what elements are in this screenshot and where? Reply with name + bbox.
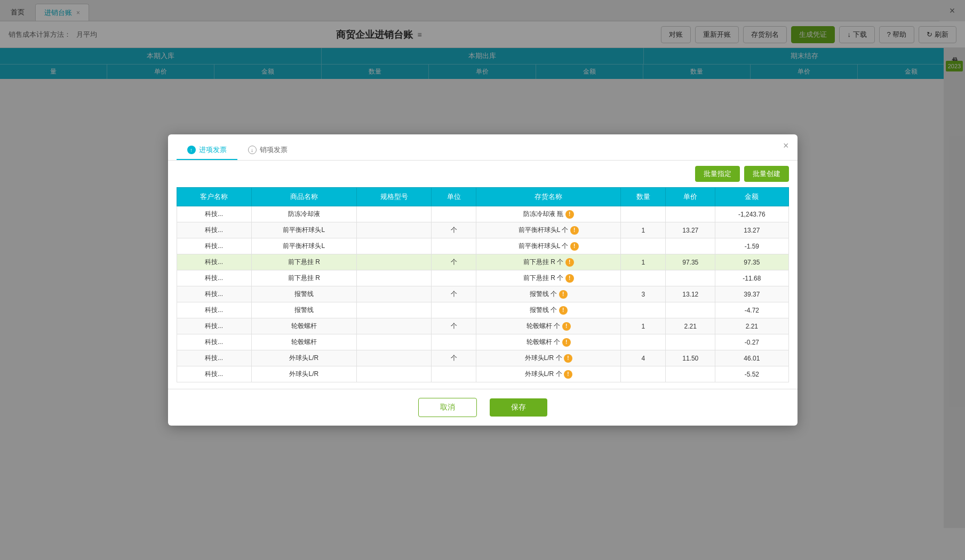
td-inventory: 前下悬挂 R 个 ! — [476, 270, 621, 286]
table-row[interactable]: 科技...轮毂螺杆个轮毂螺杆 个 !12.212.21 — [177, 318, 788, 334]
td-spec — [357, 222, 432, 238]
modal-footer: 取消 保存 — [168, 389, 797, 426]
td-price: 2.21 — [666, 318, 715, 334]
td-inventory: 前下悬挂 R 个 ! — [476, 254, 621, 270]
td-qty: 1 — [621, 318, 666, 334]
td-product: 前平衡杆球头L — [251, 238, 357, 254]
inventory-name: 外球头L/R 个 — [525, 370, 562, 378]
td-price — [666, 270, 715, 286]
td-price — [666, 366, 715, 382]
td-qty: 3 — [621, 286, 666, 302]
td-customer: 科技... — [177, 318, 251, 334]
td-price — [666, 238, 715, 254]
td-inventory: 防冻冷却液 瓶 ! — [476, 206, 621, 222]
td-amount: -5.52 — [715, 366, 788, 382]
table-row[interactable]: 科技...前下悬挂 R个前下悬挂 R 个 !197.3597.35 — [177, 254, 788, 270]
td-inventory: 轮毂螺杆 个 ! — [476, 334, 621, 350]
modal-toolbar: 批量指定 批量创建 — [168, 161, 797, 187]
modal-close-button[interactable]: × — [783, 141, 789, 150]
inventory-name: 报警线 个 — [530, 290, 557, 298]
td-product: 外球头L/R — [251, 350, 357, 366]
warning-icon: ! — [559, 290, 568, 299]
td-inventory: 外球头L/R 个 ! — [476, 366, 621, 382]
warning-icon: ! — [565, 258, 574, 267]
td-inventory: 报警线 个 ! — [476, 302, 621, 318]
td-inventory: 外球头L/R 个 ! — [476, 350, 621, 366]
td-amount: -11.68 — [715, 270, 788, 286]
table-row[interactable]: 科技...防冻冷却液防冻冷却液 瓶 !-1,243.76 — [177, 206, 788, 222]
td-qty: 1 — [621, 222, 666, 238]
td-qty: 4 — [621, 350, 666, 366]
cancel-button[interactable]: 取消 — [418, 398, 477, 417]
td-amount: -1.59 — [715, 238, 788, 254]
td-unit — [432, 334, 476, 350]
td-price: 11.50 — [666, 350, 715, 366]
td-spec — [357, 206, 432, 222]
td-unit — [432, 270, 476, 286]
td-customer: 科技... — [177, 238, 251, 254]
invoice-modal: ↑ 进项发票 ↓ 销项发票 × 批量指定 批量创建 客户名称 商品名称 规格型号… — [168, 134, 797, 426]
table-row[interactable]: 科技...前平衡杆球头L前平衡杆球头L 个 !-1.59 — [177, 238, 788, 254]
td-unit: 个 — [432, 254, 476, 270]
batch-create-button[interactable]: 批量创建 — [744, 166, 789, 182]
td-amount: -1,243.76 — [715, 206, 788, 222]
table-row[interactable]: 科技...外球头L/R外球头L/R 个 !-5.52 — [177, 366, 788, 382]
td-customer: 科技... — [177, 206, 251, 222]
inventory-name: 前平衡杆球头L 个 — [519, 242, 569, 250]
td-product: 轮毂螺杆 — [251, 334, 357, 350]
td-inventory: 报警线 个 ! — [476, 286, 621, 302]
td-spec — [357, 334, 432, 350]
td-customer: 科技... — [177, 270, 251, 286]
warning-icon: ! — [570, 242, 579, 251]
table-row[interactable]: 科技...外球头L/R个外球头L/R 个 !411.5046.01 — [177, 350, 788, 366]
save-button[interactable]: 保存 — [490, 398, 547, 417]
td-inventory: 前平衡杆球头L 个 ! — [476, 222, 621, 238]
td-unit: 个 — [432, 350, 476, 366]
th-spec: 规格型号 — [357, 188, 432, 206]
td-spec — [357, 302, 432, 318]
batch-assign-button[interactable]: 批量指定 — [695, 166, 740, 182]
td-inventory: 轮毂螺杆 个 ! — [476, 318, 621, 334]
td-spec — [357, 270, 432, 286]
table-row[interactable]: 科技...轮毂螺杆轮毂螺杆 个 !-0.27 — [177, 334, 788, 350]
table-row[interactable]: 科技...前平衡杆球头L个前平衡杆球头L 个 !113.2713.27 — [177, 222, 788, 238]
td-amount: -4.72 — [715, 302, 788, 318]
td-product: 前下悬挂 R — [251, 270, 357, 286]
warning-icon: ! — [565, 274, 574, 283]
td-qty — [621, 302, 666, 318]
th-customer: 客户名称 — [177, 188, 251, 206]
table-row[interactable]: 科技...报警线报警线 个 !-4.72 — [177, 302, 788, 318]
warning-icon: ! — [570, 226, 579, 235]
tab-in-invoice[interactable]: ↑ 进项发票 — [177, 141, 237, 160]
td-unit: 个 — [432, 286, 476, 302]
td-amount: 2.21 — [715, 318, 788, 334]
inventory-name: 轮毂螺杆 个 — [527, 322, 560, 330]
invoice-table: 客户名称 商品名称 规格型号 单位 存货名称 数量 单价 金额 科技...防冻冷… — [177, 187, 789, 382]
tab-in-icon: ↑ — [187, 146, 196, 154]
th-price: 单价 — [666, 188, 715, 206]
warning-icon: ! — [564, 354, 572, 363]
td-qty — [621, 366, 666, 382]
td-spec — [357, 366, 432, 382]
td-unit: 个 — [432, 222, 476, 238]
td-unit — [432, 238, 476, 254]
table-row[interactable]: 科技...前下悬挂 R前下悬挂 R 个 !-11.68 — [177, 270, 788, 286]
th-amount: 金额 — [715, 188, 788, 206]
td-amount: -0.27 — [715, 334, 788, 350]
inventory-name: 前平衡杆球头L 个 — [519, 226, 569, 234]
td-product: 报警线 — [251, 302, 357, 318]
table-row[interactable]: 科技...报警线个报警线 个 !313.1239.37 — [177, 286, 788, 302]
td-qty — [621, 206, 666, 222]
tab-out-icon: ↓ — [248, 146, 257, 154]
tab-out-invoice[interactable]: ↓ 销项发票 — [237, 141, 298, 160]
td-amount: 39.37 — [715, 286, 788, 302]
td-price: 13.12 — [666, 286, 715, 302]
td-product: 报警线 — [251, 286, 357, 302]
td-unit — [432, 366, 476, 382]
td-price: 13.27 — [666, 222, 715, 238]
td-customer: 科技... — [177, 350, 251, 366]
td-product: 轮毂螺杆 — [251, 318, 357, 334]
td-product: 前下悬挂 R — [251, 254, 357, 270]
td-price — [666, 206, 715, 222]
td-spec — [357, 238, 432, 254]
